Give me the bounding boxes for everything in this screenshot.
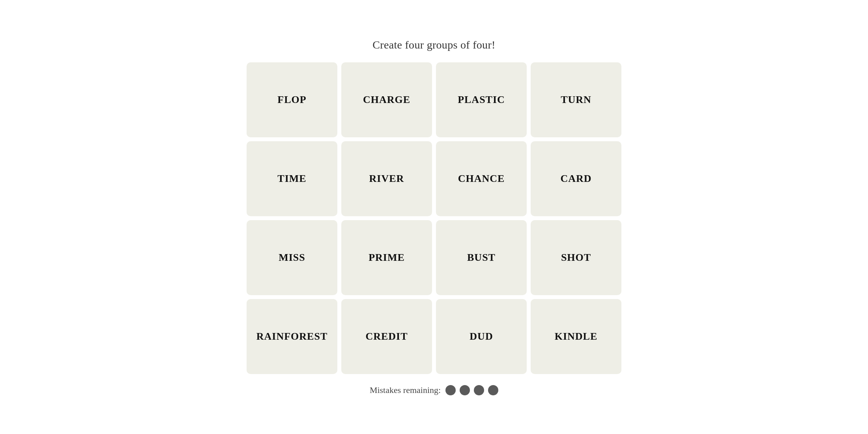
- mistakes-label: Mistakes remaining:: [370, 385, 441, 395]
- tile-kindle[interactable]: KINDLE: [531, 299, 621, 374]
- tile-credit[interactable]: CREDIT: [341, 299, 432, 374]
- tile-card[interactable]: CARD: [531, 141, 621, 216]
- tile-label: CARD: [560, 173, 591, 185]
- tile-bust[interactable]: BUST: [436, 220, 527, 295]
- tile-label: TIME: [277, 173, 306, 185]
- tile-miss[interactable]: MISS: [247, 220, 337, 295]
- tile-rainforest[interactable]: RAINFOREST: [247, 299, 337, 374]
- tile-grid: FLOPCHARGEPLASTICTURNTIMERIVERCHANCECARD…: [247, 62, 621, 374]
- tile-label: DUD: [470, 331, 493, 342]
- tile-label: KINDLE: [555, 331, 598, 342]
- tile-chance[interactable]: CHANCE: [436, 141, 527, 216]
- tile-prime[interactable]: PRIME: [341, 220, 432, 295]
- mistake-dot-1: [445, 385, 456, 395]
- tile-label: CHANCE: [458, 173, 505, 185]
- tile-turn[interactable]: TURN: [531, 62, 621, 137]
- tile-label: BUST: [467, 252, 496, 264]
- tile-label: RIVER: [369, 173, 404, 185]
- tile-label: MISS: [279, 252, 305, 264]
- mistake-dot-2: [460, 385, 470, 395]
- tile-label: CHARGE: [363, 94, 410, 106]
- tile-label: FLOP: [277, 94, 306, 106]
- mistake-dot-4: [488, 385, 498, 395]
- tile-label: RAINFOREST: [256, 331, 327, 342]
- tile-river[interactable]: RIVER: [341, 141, 432, 216]
- mistake-dot-3: [474, 385, 484, 395]
- tile-dud[interactable]: DUD: [436, 299, 527, 374]
- dots-container: [445, 385, 498, 395]
- mistakes-row: Mistakes remaining:: [370, 385, 498, 395]
- tile-time[interactable]: TIME: [247, 141, 337, 216]
- tile-shot[interactable]: SHOT: [531, 220, 621, 295]
- tile-label: TURN: [561, 94, 591, 106]
- tile-flop[interactable]: FLOP: [247, 62, 337, 137]
- tile-label: PRIME: [369, 252, 405, 264]
- subtitle: Create four groups of four!: [372, 39, 495, 51]
- tile-charge[interactable]: CHARGE: [341, 62, 432, 137]
- game-container: Create four groups of four! FLOPCHARGEPL…: [247, 39, 621, 395]
- tile-label: CREDIT: [365, 331, 408, 342]
- tile-label: PLASTIC: [458, 94, 505, 106]
- tile-plastic[interactable]: PLASTIC: [436, 62, 527, 137]
- tile-label: SHOT: [561, 252, 591, 264]
